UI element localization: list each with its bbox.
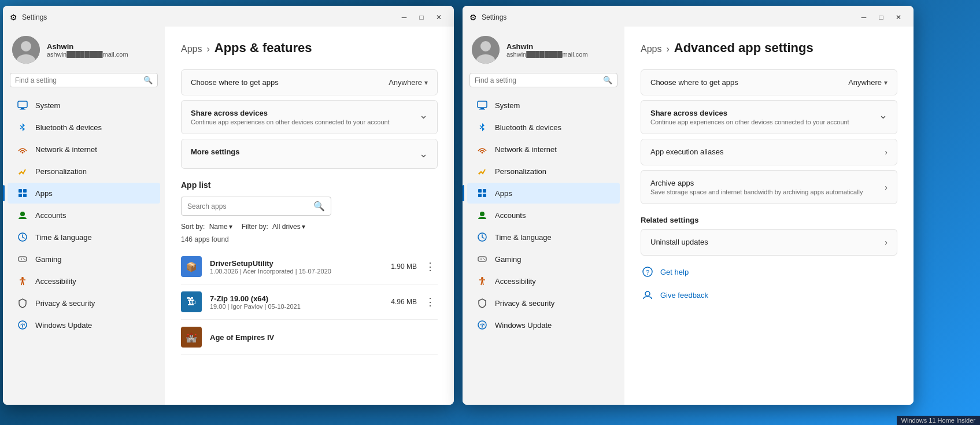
title-controls-left: ─ □ ✕ — [396, 11, 447, 24]
breadcrumb-right[interactable]: Apps — [641, 44, 661, 54]
sidebar-item-bluetooth-right[interactable]: Bluetooth & devices — [467, 117, 620, 138]
get-help-icon-right: ? — [641, 265, 654, 279]
minimize-button-right[interactable]: ─ — [856, 11, 872, 24]
breadcrumb-left[interactable]: Apps — [181, 44, 202, 54]
sidebar-label-accounts-left: Accounts — [35, 211, 66, 220]
svg-point-1 — [21, 41, 31, 51]
app-more-btn-0-left[interactable]: ⋮ — [423, 259, 438, 274]
privacy-icon-right — [476, 297, 488, 309]
archive-apps-desc-right: Save storage space and internet bandwidt… — [650, 189, 863, 195]
user-email-left: ashwin████████mail.com — [47, 51, 156, 58]
sidebar-item-system-right[interactable]: System — [467, 95, 620, 116]
sidebar-item-time-left[interactable]: Time & language — [8, 227, 160, 247]
svg-point-40 — [645, 291, 650, 296]
maximize-button-left[interactable]: □ — [413, 11, 430, 24]
search-box-left[interactable]: 🔍 — [10, 73, 158, 87]
accounts-icon-left — [17, 209, 28, 221]
svg-rect-14 — [19, 257, 27, 261]
get-help-link-right[interactable]: ? Get help — [641, 260, 897, 283]
share-devices-expand-right[interactable]: ⌄ — [879, 109, 887, 121]
sidebar-item-gaming-right[interactable]: Gaming — [467, 249, 620, 269]
sidebar-label-update-left: Windows Update — [35, 321, 92, 330]
sort-button-left[interactable]: Sort by: Name ▾ — [181, 223, 232, 231]
sidebar-item-bluetooth-left[interactable]: Bluetooth & devices — [8, 117, 160, 138]
app-info-2-left: Age of Empires IV — [210, 333, 438, 342]
app-search-box-left[interactable]: 🔍 — [181, 197, 331, 216]
app-more-btn-1-left[interactable]: ⋮ — [423, 294, 438, 309]
sidebar-item-gaming-left[interactable]: Gaming — [8, 249, 160, 269]
choose-apps-row-right: Choose where to get apps Anywhere ▾ — [641, 69, 897, 95]
more-settings-expand-left[interactable]: ⌄ — [419, 147, 428, 160]
sidebar-item-update-left[interactable]: Windows Update — [8, 315, 160, 335]
sidebar-item-network-right[interactable]: Network & internet — [467, 139, 620, 160]
search-icon-right: 🔍 — [603, 76, 612, 84]
svg-rect-3 — [18, 101, 27, 108]
sidebar-item-personalization-left[interactable]: Personalization — [8, 161, 160, 182]
maximize-button-right[interactable]: □ — [873, 11, 889, 24]
close-button-right[interactable]: ✕ — [890, 11, 907, 24]
breadcrumb-sep-left: › — [206, 44, 209, 54]
svg-point-31 — [480, 212, 485, 216]
user-info-left: Ashwin ashwin████████mail.com — [47, 42, 156, 58]
give-feedback-icon-right — [641, 288, 654, 302]
choose-apps-dropdown-left[interactable]: Anywhere ▾ — [389, 78, 428, 87]
svg-point-36 — [481, 277, 483, 279]
accessibility-icon-right — [476, 275, 488, 287]
sidebar-item-accessibility-right[interactable]: Accessibility — [467, 271, 620, 291]
share-devices-expand-left[interactable]: ⌄ — [419, 109, 428, 121]
settings-icon-left: ⚙ — [10, 13, 17, 22]
sidebar-item-apps-left[interactable]: Apps — [8, 183, 160, 204]
sidebar-item-privacy-left[interactable]: Privacy & security — [8, 293, 160, 313]
sidebar-label-system-left: System — [35, 101, 60, 110]
app-icon-1-left: 🗜 — [181, 291, 202, 312]
app-meta-1-left: 19.00 | Igor Pavlov | 05-10-2021 — [210, 303, 391, 310]
page-title-left: Apps & features — [215, 40, 312, 56]
archive-apps-row-right[interactable]: Archive apps Save storage space and inte… — [641, 170, 897, 204]
uninstall-updates-row-right[interactable]: Uninstall updates › — [641, 229, 897, 256]
sidebar-item-privacy-right[interactable]: Privacy & security — [467, 293, 620, 313]
choose-apps-dropdown-right[interactable]: Anywhere ▾ — [848, 78, 887, 87]
minimize-button-left[interactable]: ─ — [396, 11, 412, 24]
sidebar-item-accounts-right[interactable]: Accounts — [467, 205, 620, 226]
sidebar-label-personalization-left: Personalization — [35, 167, 87, 176]
more-settings-label-left: More settings — [191, 147, 240, 156]
gaming-icon-right — [476, 253, 488, 265]
sidebar-item-accounts-left[interactable]: Accounts — [8, 205, 160, 226]
filter-value-left: All drives — [272, 223, 301, 231]
sidebar-item-apps-right[interactable]: Apps — [467, 183, 620, 204]
svg-point-25 — [482, 152, 483, 154]
sidebar-item-accessibility-left[interactable]: Accessibility — [8, 271, 160, 291]
choose-apps-val-text-right: Anywhere — [848, 78, 882, 87]
give-feedback-link-right[interactable]: Give feedback — [641, 283, 897, 306]
sidebar-label-accessibility-right: Accessibility — [495, 277, 536, 286]
share-devices-block-left: Share across devices Continue app experi… — [181, 100, 438, 134]
network-icon-right — [476, 143, 488, 155]
choose-apps-chevron-left: ▾ — [424, 79, 428, 87]
search-box-right[interactable]: 🔍 — [469, 73, 617, 87]
app-execution-chevron-right: › — [885, 147, 887, 157]
app-execution-row-right[interactable]: App execution aliases › — [641, 139, 897, 165]
sidebar-item-personalization-right[interactable]: Personalization — [467, 161, 620, 182]
search-input-left[interactable] — [15, 76, 143, 84]
sidebar-item-system-left[interactable]: System — [8, 95, 160, 116]
sidebar-label-accessibility-left: Accessibility — [35, 277, 76, 286]
sidebar-item-update-right[interactable]: Windows Update — [467, 315, 620, 335]
filter-chevron-left: ▾ — [302, 223, 305, 231]
search-input-right[interactable] — [475, 76, 603, 84]
close-button-left[interactable]: ✕ — [431, 11, 447, 24]
sidebar-item-time-right[interactable]: Time & language — [467, 227, 620, 247]
app-search-input-left[interactable] — [187, 202, 313, 210]
user-section-left: Ashwin ashwin████████mail.com — [3, 31, 165, 73]
time-icon-right — [476, 231, 488, 243]
choose-apps-val-text-left: Anywhere — [389, 78, 422, 87]
sidebar-item-network-left[interactable]: Network & internet — [8, 139, 160, 160]
uninstall-updates-chevron-right: › — [885, 238, 887, 247]
window-right: ⚙ Settings ─ □ ✕ Ashwin ashwin████████ma… — [463, 6, 914, 405]
app-name-2-left: Age of Empires IV — [210, 333, 438, 342]
window-body-right: Ashwin ashwin████████mail.com 🔍 System B… — [463, 27, 914, 405]
share-devices-desc-left: Continue app experiences on other device… — [191, 119, 390, 125]
svg-rect-27 — [478, 189, 482, 193]
filter-button-left[interactable]: Filter by: All drives ▾ — [242, 223, 305, 231]
share-devices-title-left: Share across devices — [191, 109, 390, 117]
title-bar-right: ⚙ Settings ─ □ ✕ — [463, 6, 914, 27]
